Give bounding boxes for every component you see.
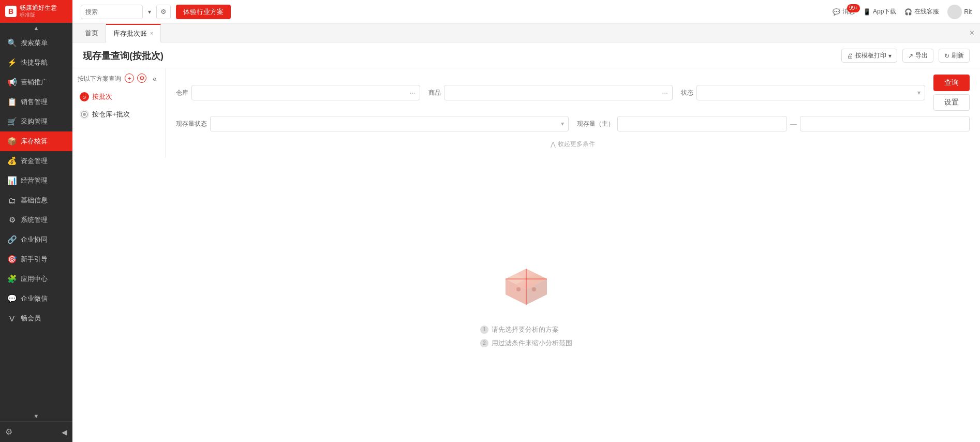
scheme-header-actions: + ⚙ «	[125, 73, 160, 84]
user-name: Rit	[964, 8, 972, 16]
scheme-item-batch[interactable]: ⊙ 按批次	[72, 88, 165, 106]
scheme-dot-active: ⊙	[80, 92, 89, 101]
stock-qty-min[interactable]	[617, 116, 787, 131]
sidebar-item-label: 库存核算	[21, 137, 48, 146]
quicknav-icon: ⚡	[7, 58, 17, 67]
tab-home[interactable]: 首页	[78, 24, 106, 42]
status-select[interactable]: ▾	[696, 85, 925, 100]
scheme-item-warehouse-batch[interactable]: 按仓库+批次	[72, 106, 165, 123]
sidebar-item-label: 资金管理	[21, 156, 48, 166]
empty-tip-2: 2 用过滤条件来缩小分析范围	[480, 336, 572, 350]
sidebar-item-search[interactable]: 🔍搜索菜单	[0, 33, 72, 53]
filter-status: 状态 ▾	[681, 85, 925, 100]
messages-btn[interactable]: 💬 消息 99+	[833, 7, 855, 16]
sidebar-item-label: 应用中心	[21, 274, 48, 284]
sidebar-item-label: 销售管理	[21, 97, 48, 107]
finance-icon: 💰	[7, 156, 17, 166]
sidebar-item-label: 企业协同	[21, 235, 48, 244]
sidebar-item-sales[interactable]: 📋销售管理	[0, 92, 72, 112]
scheme-dot-inactive	[80, 110, 89, 119]
tabbar: 首页 库存批次账 × ✕	[72, 24, 980, 42]
scroll-up-btn[interactable]: ▲	[0, 23, 72, 33]
stock-qty-max[interactable]	[800, 116, 970, 131]
basics-icon: 🗂	[7, 196, 17, 205]
refresh-icon: ↻	[944, 52, 949, 60]
sidebar-item-member[interactable]: V畅会员	[0, 308, 72, 328]
topbar-left: ▾ ⚙ 体验行业方案	[81, 5, 231, 19]
refresh-btn[interactable]: ↻ 刷新	[939, 49, 970, 63]
tab-inventory-batch[interactable]: 库存批次账 ×	[106, 24, 161, 42]
topbar: ▾ ⚙ 体验行业方案 💬 消息 99+ 📱 App下载 🎧 在线客服 Rit	[72, 0, 980, 24]
svg-point-3	[83, 113, 86, 116]
sidebar-item-purchase[interactable]: 🛒采购管理	[0, 112, 72, 131]
tab-panel-close-icon: ✕	[969, 29, 975, 37]
sidebar-item-appstore[interactable]: 🧩应用中心	[0, 269, 72, 289]
sidebar-item-label: 经营管理	[21, 176, 48, 185]
sidebar-item-basics[interactable]: 🗂基础信息	[0, 190, 72, 210]
export-btn[interactable]: ↗ 导出	[902, 49, 933, 63]
scheme-add-btn[interactable]: +	[125, 73, 134, 83]
sidebar-item-finance[interactable]: 💰资金管理	[0, 151, 72, 171]
sidebar-item-system[interactable]: ⚙系统管理	[0, 210, 72, 230]
goods-label: 商品	[428, 89, 441, 97]
page-title: 现存量查询(按批次)	[83, 50, 164, 62]
sidebar-item-guide[interactable]: 🎯新手引导	[0, 249, 72, 269]
guide-icon: 🎯	[7, 255, 17, 264]
scheme-collapse-btn[interactable]: «	[150, 73, 160, 84]
warehouse-more-icon[interactable]: ···	[409, 89, 415, 97]
sidebar-item-label: 新手引导	[21, 255, 48, 264]
sidebar-item-label: 畅会员	[21, 314, 41, 323]
inventory-icon: 📦	[7, 137, 17, 146]
sidebar-item-label: 系统管理	[21, 215, 48, 225]
sales-icon: 📋	[7, 97, 17, 107]
collapse-sidebar-icon[interactable]: ◀	[62, 428, 67, 436]
user-area[interactable]: Rit	[947, 5, 972, 19]
stock-status-label: 现存量状态	[176, 120, 207, 128]
app-logo: B	[5, 6, 17, 17]
sidebar: B 畅康通好生意 标准版 ▲ 🔍搜索菜单⚡快捷导航📢营销推广📋销售管理🛒采购管理…	[0, 0, 72, 442]
settings-btn[interactable]: 设置	[933, 94, 970, 111]
sidebar-footer: ⚙ ◀	[0, 421, 72, 442]
sidebar-item-operations[interactable]: 📊经营管理	[0, 171, 72, 190]
goods-more-icon[interactable]: ···	[662, 89, 668, 97]
empty-tip-1: 1 请先选择要分析的方案	[480, 323, 572, 336]
online-support-btn[interactable]: 🎧 在线客服	[904, 7, 939, 16]
tab-panel-close[interactable]: ✕	[969, 29, 980, 37]
scheme-settings-btn[interactable]: ⚙	[137, 73, 146, 83]
operations-icon: 📊	[7, 176, 17, 185]
scroll-down-btn[interactable]: ▼	[0, 411, 72, 421]
status-label: 状态	[681, 89, 693, 97]
enterprise-icon: 🔗	[7, 235, 17, 244]
sidebar-nav: 🔍搜索菜单⚡快捷导航📢营销推广📋销售管理🛒采购管理📦库存核算💰资金管理📊经营管理…	[0, 33, 72, 411]
sidebar-item-enterprise[interactable]: 🔗企业协同	[0, 230, 72, 249]
collapse-more-btn[interactable]: ⋀ 收起更多条件	[176, 137, 970, 152]
topbar-gear-btn[interactable]: ⚙	[156, 5, 171, 19]
warehouse-input[interactable]: ···	[191, 85, 420, 100]
query-btn[interactable]: 查询	[933, 75, 970, 91]
sidebar-item-label: 企业微信	[21, 294, 48, 303]
print-dropdown-icon[interactable]: ▾	[888, 52, 892, 60]
stock-status-select[interactable]: ▾	[210, 116, 569, 131]
sidebar-item-inventory[interactable]: 📦库存核算	[0, 131, 72, 151]
empty-illustration	[495, 251, 557, 313]
topbar-search-input[interactable]	[81, 5, 143, 19]
appstore-icon: 🧩	[7, 274, 17, 284]
topbar-dropdown[interactable]: ▾	[148, 8, 151, 16]
main-area: ▾ ⚙ 体验行业方案 💬 消息 99+ 📱 App下载 🎧 在线客服 Rit	[72, 0, 980, 442]
collapse-up-icon: ⋀	[551, 141, 556, 148]
print-btn[interactable]: 🖨 按模板打印 ▾	[841, 49, 897, 63]
sidebar-item-marketing[interactable]: 📢营销推广	[0, 72, 72, 92]
settings-icon[interactable]: ⚙	[5, 427, 12, 437]
trial-btn[interactable]: 体验行业方案	[176, 5, 231, 19]
tab-close-btn[interactable]: ×	[150, 31, 153, 36]
sidebar-item-wechat[interactable]: 💬企业微信	[0, 289, 72, 308]
scheme-header: 按以下方案查询 + ⚙ «	[72, 73, 165, 88]
sidebar-item-label: 快捷导航	[21, 58, 48, 67]
app-download-btn[interactable]: 📱 App下载	[863, 7, 896, 16]
sidebar-item-quicknav[interactable]: ⚡快捷导航	[0, 53, 72, 72]
printer-icon: 🖨	[847, 52, 853, 60]
goods-input[interactable]: ···	[444, 85, 673, 100]
app-brand: 畅康通好生意 标准版	[20, 4, 57, 19]
svg-point-9	[516, 287, 521, 291]
scheme-panel: 按以下方案查询 + ⚙ « ⊙ 按批次	[72, 68, 166, 158]
